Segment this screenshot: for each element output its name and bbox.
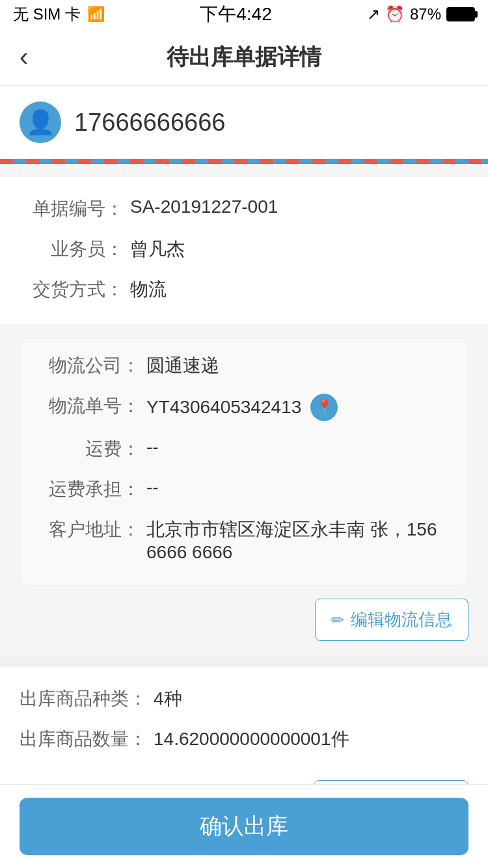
logistics-company-value: 圆通速递 (140, 353, 452, 378)
confirm-btn-area: 确认出库 (0, 784, 488, 868)
goods-type-value: 4种 (147, 686, 468, 711)
status-left: 无 SIM 卡 📶 (13, 4, 105, 25)
status-bar: 无 SIM 卡 📶 下午4:42 ↗ ⏰ 87% (0, 0, 488, 29)
location-icon: ↗ (367, 5, 380, 23)
salesperson-value: 曾凡杰 (124, 237, 468, 262)
edit-icon: ✏ (331, 611, 344, 629)
logistics-address-row: 客户地址： 北京市市辖区海淀区永丰南 张，156 6666 6666 (36, 517, 452, 563)
confirm-outbound-button[interactable]: 确认出库 (20, 798, 468, 855)
doc-no-row: 单据编号： SA-20191227-001 (20, 197, 468, 221)
delivery-value: 物流 (124, 277, 468, 302)
logistics-freight-bearer-row: 运费承担： -- (36, 477, 452, 502)
logistics-freight-bearer-label: 运费承担： (36, 477, 140, 502)
wifi-icon: 📶 (87, 6, 105, 23)
back-button[interactable]: ‹ (20, 42, 28, 72)
nav-bar: ‹ 待出库单据详情 (0, 29, 488, 86)
salesperson-row: 业务员： 曾凡杰 (20, 237, 468, 262)
goods-section: 出库商品种类： 4种 出库商品数量： 14.620000000000001件 (0, 667, 488, 774)
goods-quantity-row: 出库商品数量： 14.620000000000001件 (20, 727, 468, 752)
logistics-tracking-value: YT4306405342413 📍 (140, 394, 452, 421)
logistics-company-label: 物流公司： (36, 353, 140, 378)
goods-quantity-label: 出库商品数量： (20, 727, 147, 752)
logistics-company-row: 物流公司： 圆通速递 (36, 353, 452, 378)
logistics-freight-value: -- (140, 437, 452, 457)
page-title: 待出库单据详情 (167, 42, 321, 72)
battery-icon (446, 7, 475, 21)
logistics-address-value: 北京市市辖区海淀区永丰南 张，156 6666 6666 (140, 517, 452, 563)
location-icon[interactable]: 📍 (310, 394, 338, 421)
battery-percent: 87% (410, 5, 441, 23)
delivery-row: 交货方式： 物流 (20, 277, 468, 302)
edit-btn-label: 编辑物流信息 (351, 608, 452, 631)
logistics-tracking-row: 物流单号： YT4306405342413 📍 (36, 394, 452, 421)
goods-type-label: 出库商品种类： (20, 686, 147, 711)
avatar: 👤 (20, 102, 61, 143)
carrier-text: 无 SIM 卡 (13, 4, 81, 25)
confirm-btn-label: 确认出库 (200, 811, 288, 841)
goods-type-row: 出库商品种类： 4种 (20, 686, 468, 711)
edit-btn-row: ✏ 编辑物流信息 (0, 599, 488, 657)
user-header: 👤 17666666666 (0, 86, 488, 159)
avatar-icon: 👤 (26, 109, 55, 136)
status-time: 下午4:42 (200, 2, 272, 27)
logistics-tracking-label: 物流单号： (36, 394, 140, 418)
goods-quantity-value: 14.620000000000001件 (147, 727, 468, 752)
edit-logistics-button[interactable]: ✏ 编辑物流信息 (315, 599, 468, 641)
doc-no-label: 单据编号： (20, 197, 124, 221)
salesperson-label: 业务员： (20, 237, 124, 262)
status-right: ↗ ⏰ 87% (367, 5, 475, 23)
tracking-number: YT4306405342413 (146, 397, 301, 418)
logistics-freight-row: 运费： -- (36, 437, 452, 461)
section-separator (0, 657, 488, 667)
logistics-address-label: 客户地址： (36, 517, 140, 542)
logistics-freight-label: 运费： (36, 437, 140, 461)
doc-no-value: SA-20191227-001 (124, 197, 468, 217)
logistics-freight-bearer-value: -- (140, 477, 452, 498)
alarm-icon: ⏰ (385, 5, 405, 23)
logistics-card: 物流公司： 圆通速递 物流单号： YT4306405342413 📍 运费： -… (20, 337, 468, 586)
dashed-divider (0, 159, 488, 164)
document-info-section: 单据编号： SA-20191227-001 业务员： 曾凡杰 交货方式： 物流 (0, 177, 488, 324)
user-phone: 17666666666 (74, 109, 225, 137)
delivery-label: 交货方式： (20, 277, 124, 302)
